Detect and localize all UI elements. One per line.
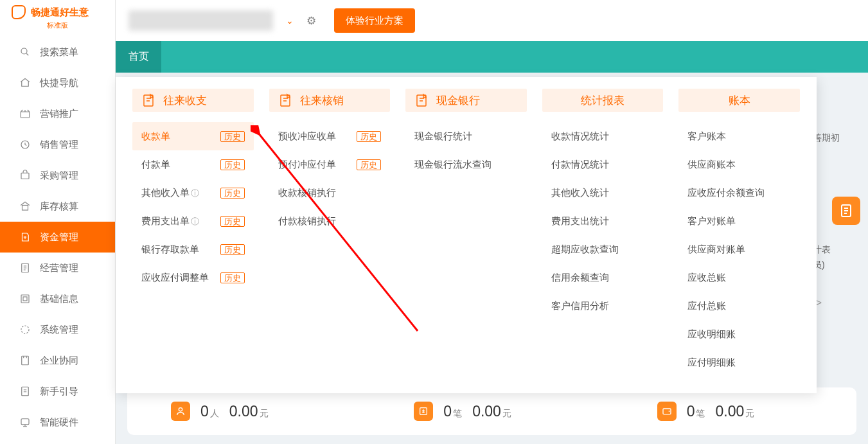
sidebar-item-hardware[interactable]: 智能硬件 — [0, 407, 115, 438]
mega-item-label: 现金银行流水查询 — [414, 159, 492, 171]
mega-item-label: 其他收入单ⓘ — [141, 187, 199, 199]
sidebar-item-sales[interactable]: 销售管理 — [0, 129, 115, 160]
mega-item[interactable]: 应收明细账 — [678, 320, 800, 348]
mega-item[interactable]: 应收应付调整单历史 — [132, 263, 254, 292]
quicknav-icon — [19, 77, 31, 89]
sidebar-item-inventory[interactable]: 库存核算 — [0, 191, 115, 222]
sidebar-item-quicknav[interactable]: 快捷导航 — [0, 67, 115, 98]
mega-item[interactable]: 供应商对账单 — [678, 235, 800, 263]
mega-item-label: 应收明细账 — [687, 328, 736, 341]
sidebar-item-purchase[interactable]: 采购管理 — [0, 160, 115, 191]
mega-item[interactable]: 其他收入统计 — [542, 179, 664, 207]
sidebar-item-label: 企业协同 — [40, 355, 78, 367]
mega-item-label: 超期应收款查询 — [551, 244, 619, 256]
workspace-selector[interactable] — [128, 10, 273, 31]
sidebar-item-basic[interactable]: 基础信息 — [0, 283, 115, 314]
mega-item-label: 费用支出统计 — [551, 215, 609, 227]
mega-item[interactable]: 客户账本 — [678, 122, 800, 150]
mega-item[interactable]: 收款单历史 — [132, 122, 254, 150]
sidebar-item-search[interactable]: 搜索菜单 — [0, 37, 115, 67]
mega-item-label: 客户账本 — [687, 130, 726, 143]
mega-item[interactable]: 预收冲应收单历史 — [269, 122, 391, 150]
mega-item-label: 收款情况统计 — [551, 130, 609, 143]
mega-item-label: 其他收入统计 — [551, 187, 609, 199]
mega-item[interactable]: 信用余额查询 — [542, 263, 664, 292]
mega-item[interactable]: 现金银行流水查询 — [405, 150, 527, 179]
mega-item-label: 供应商对账单 — [687, 244, 745, 256]
mega-item[interactable]: 应付明细账 — [678, 348, 800, 377]
mega-column-1: 往来核销预收冲应收单历史预付冲应付单历史收款核销执行付款核销执行 — [269, 89, 391, 382]
mega-item[interactable]: 现金银行统计 — [405, 122, 527, 150]
brand-name: 畅捷通好生意 — [31, 6, 89, 19]
mega-item-label: 银行存取款单 — [141, 244, 199, 256]
mega-item[interactable]: 费用支出统计 — [542, 207, 664, 235]
gear-icon[interactable]: ⚙ — [306, 14, 316, 28]
sidebar-item-label: 库存核算 — [40, 200, 78, 213]
mega-item[interactable]: 应收总账 — [678, 263, 800, 292]
mega-column-3: 统计报表收款情况统计付款情况统计其他收入统计费用支出统计超期应收款查询信用余额查… — [542, 89, 664, 382]
mega-item[interactable]: 收款核销执行 — [269, 179, 391, 207]
mega-column-title: 往来核销 — [300, 93, 344, 108]
sidebar-item-guide[interactable]: 新手引导 — [0, 376, 115, 407]
mega-item[interactable]: 应付总账 — [678, 292, 800, 320]
floating-action-button[interactable] — [832, 197, 860, 225]
basic-icon — [19, 293, 31, 305]
svg-rect-6 — [21, 295, 29, 303]
mega-item[interactable]: 客户信用分析 — [542, 292, 664, 320]
history-tag[interactable]: 历史 — [220, 272, 245, 283]
mega-item-label: 客户信用分析 — [551, 300, 609, 312]
cta-industry-button[interactable]: 体验行业方案 — [334, 8, 415, 33]
search-icon — [19, 46, 31, 58]
mega-item-label: 信用余额查询 — [551, 272, 609, 284]
mega-column-title: 现金银行 — [436, 93, 480, 108]
mega-item-label: 应付明细账 — [687, 357, 736, 369]
sidebar-item-funds[interactable]: 资金管理 — [0, 222, 115, 253]
mega-item[interactable]: 付款情况统计 — [542, 150, 664, 179]
sidebar-item-label: 资金管理 — [40, 231, 78, 244]
top-bar: ⌄ ⚙ 体验行业方案 — [116, 0, 868, 41]
history-tag[interactable]: 历史 — [220, 159, 245, 170]
history-tag[interactable]: 历史 — [220, 244, 245, 255]
mega-item-label: 预收冲应收单 — [278, 130, 336, 143]
mega-item-label: 客户对账单 — [687, 215, 736, 227]
help-icon[interactable]: ⓘ — [191, 188, 199, 198]
sidebar-item-marketing[interactable]: 营销推广 — [0, 98, 115, 129]
mega-item[interactable]: 费用支出单ⓘ历史 — [132, 207, 254, 235]
history-tag[interactable]: 历史 — [357, 159, 381, 170]
document-icon — [838, 203, 854, 218]
mega-item[interactable]: 客户对账单 — [678, 207, 800, 235]
sidebar-item-system[interactable]: 系统管理 — [0, 314, 115, 345]
mega-item[interactable]: 预付冲应付单历史 — [269, 150, 391, 179]
mega-column-header: 账本 — [678, 89, 800, 112]
sidebar-item-label: 经营管理 — [40, 262, 78, 274]
mega-column-header: 现金银行 — [405, 89, 527, 112]
chevron-down-icon[interactable]: ⌄ — [286, 15, 294, 26]
history-tag[interactable]: 历史 — [220, 216, 245, 227]
document-icon — [414, 93, 430, 108]
help-icon[interactable]: ⓘ — [191, 217, 199, 226]
sidebar-item-label: 基础信息 — [40, 293, 78, 305]
mega-item-label: 供应商账本 — [687, 159, 736, 171]
mega-item[interactable]: 其他收入单ⓘ历史 — [132, 179, 254, 207]
sales-icon — [19, 139, 31, 150]
mega-item[interactable]: 超期应收款查询 — [542, 235, 664, 263]
mega-item[interactable]: 付款单历史 — [132, 150, 254, 179]
mega-item[interactable]: 付款核销执行 — [269, 207, 391, 235]
tab-home[interactable]: 首页 — [116, 41, 161, 73]
mega-item[interactable]: 应收应付余额查询 — [678, 179, 800, 207]
user-icon — [171, 402, 190, 421]
mega-item-label: 付款单 — [141, 159, 170, 171]
sidebar-item-collab[interactable]: 企业协同 — [0, 345, 115, 376]
history-tag[interactable]: 历史 — [357, 131, 381, 142]
history-tag[interactable]: 历史 — [220, 131, 245, 142]
svg-rect-4 — [22, 206, 28, 211]
mega-item[interactable]: 银行存取款单历史 — [132, 235, 254, 263]
tabs-bar: 首页 — [116, 41, 868, 73]
history-tag[interactable]: 历史 — [220, 188, 245, 199]
collab-icon — [19, 355, 31, 366]
hardware-icon — [19, 416, 31, 428]
mega-column-title: 账本 — [729, 93, 750, 108]
mega-item[interactable]: 收款情况统计 — [542, 122, 664, 150]
sidebar-item-operation[interactable]: 经营管理 — [0, 253, 115, 283]
mega-item[interactable]: 供应商账本 — [678, 150, 800, 179]
